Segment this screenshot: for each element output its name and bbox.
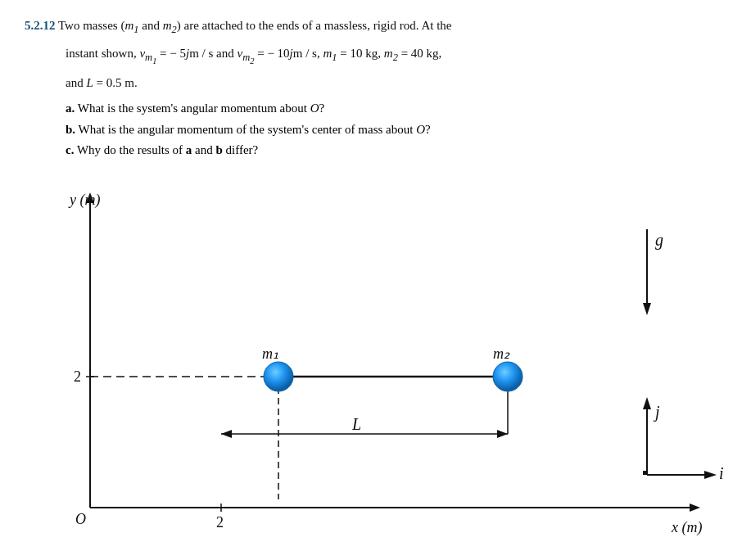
page-container: 5.2.12 Two masses (m1 and m2) are attach…: [0, 0, 751, 560]
intro-text: Two masses (: [58, 19, 124, 32]
m1-label: m: [124, 19, 133, 32]
problem-number: 5.2.12: [25, 19, 56, 32]
y-tick-2: 2: [74, 368, 81, 385]
L-label: L: [351, 415, 361, 433]
svg-marker-12: [497, 430, 508, 438]
problem-line2: instant shown, vm1 = − 5jm / s and vm2 =…: [66, 44, 726, 67]
g-label: g: [655, 231, 663, 250]
svg-marker-3: [690, 504, 700, 512]
qb-line: b. What is the angular momentum of the s…: [66, 120, 726, 141]
i-label: i: [719, 464, 724, 482]
diagram-area: y (m) x (m) O 2 2: [25, 180, 729, 540]
qa-line: a. What is the system's angular momentum…: [66, 98, 726, 120]
j-label: j: [653, 403, 660, 422]
intro-end: ) are attached to the ends of a massless…: [177, 19, 452, 32]
eq1: = − 5jm / s: [156, 47, 213, 60]
v-m1-sub: m1: [145, 52, 156, 63]
svg-point-13: [264, 362, 293, 391]
qa-label: a.: [66, 102, 75, 115]
svg-rect-21: [643, 471, 647, 475]
qc-line: c. Why do the results of a and b differ?: [66, 140, 726, 161]
qb-text: What is the angular momentum of the syst…: [79, 123, 431, 136]
eq2: = − 10jm / s,: [254, 47, 319, 60]
m2-diagram-label: m₂: [493, 345, 510, 362]
qb-label: b.: [66, 123, 75, 136]
v-m2-sub: m2: [242, 52, 254, 63]
m2-label: m: [163, 19, 172, 32]
y-axis-label: y (m): [68, 192, 100, 209]
m1-diagram-label: m₁: [262, 345, 278, 362]
svg-marker-20: [704, 471, 717, 479]
diagram-svg: y (m) x (m) O 2 2: [25, 180, 729, 540]
m1-val: m1 = 10 kg,: [323, 47, 381, 60]
qa-text: What is the system's angular momentum ab…: [78, 102, 324, 115]
svg-marker-16: [643, 303, 651, 315]
x-tick-2: 2: [216, 514, 224, 531]
svg-point-14: [493, 362, 523, 391]
L-text: and L = 0.5 m.: [66, 76, 138, 89]
svg-marker-18: [643, 397, 651, 409]
qc-label: c.: [66, 143, 74, 156]
m1-sub: 1: [133, 24, 138, 35]
problem-line3: and L = 0.5 m.: [66, 74, 726, 93]
m2-val: m2 = 40 kg,: [384, 47, 442, 60]
instant-shown: instant shown,: [66, 47, 139, 60]
x-axis-label: x (m): [671, 519, 702, 536]
svg-marker-11: [221, 430, 232, 438]
sub-questions: a. What is the system's angular momentum…: [66, 98, 726, 161]
and2: and: [216, 47, 237, 60]
qc-text: Why do the results of a and b differ?: [77, 143, 258, 156]
origin-label: O: [75, 511, 86, 527]
problem-text: 5.2.12 Two masses (m1 and m2) are attach…: [25, 16, 726, 38]
and-text: and: [142, 19, 162, 32]
